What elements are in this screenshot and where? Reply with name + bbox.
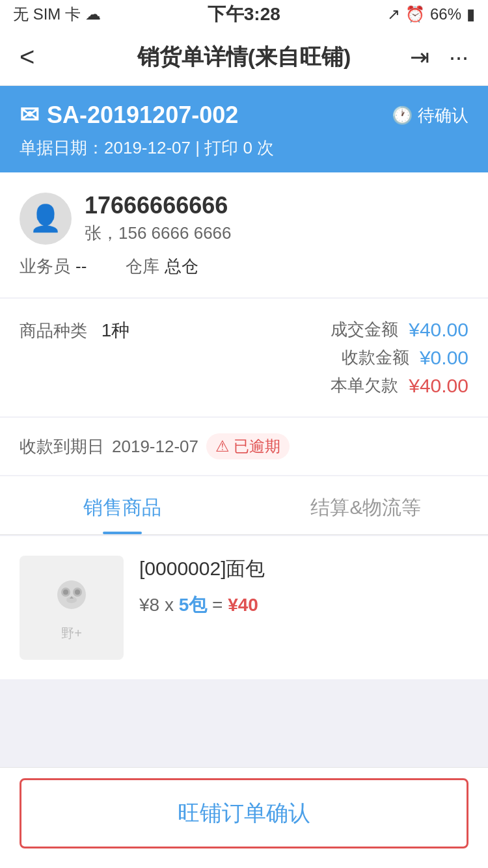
order-date: 单据日期：2019-12-07 | 打印 0 次	[20, 137, 468, 159]
product-section: 野+ [0000002]面包 ¥8 x 5包 = ¥40	[0, 536, 488, 679]
customer-section: 👤 17666666666 张，156 6666 6666 业务员 -- 仓库 …	[0, 172, 488, 297]
svg-point-3	[63, 590, 68, 595]
customer-name: 张，156 6666 6666	[85, 222, 232, 245]
back-button[interactable]: <	[20, 42, 59, 72]
product-name: [0000002]面包	[139, 556, 468, 582]
goods-type-value: 1种	[102, 320, 130, 340]
battery-status: 66%	[430, 5, 461, 23]
order-id: ✉ SA-20191207-002	[20, 102, 238, 129]
salesperson-value: --	[75, 256, 87, 277]
deal-amount-value: ¥40.00	[409, 319, 468, 341]
status-left: 无 SIM 卡 ☁	[13, 4, 101, 25]
svg-point-0	[57, 580, 86, 609]
equals-part: =	[207, 595, 228, 615]
warehouse-value: 总仓	[165, 255, 198, 278]
due-label: 收款到期日	[20, 435, 104, 458]
svg-point-4	[75, 590, 80, 595]
payment-value: ¥0.00	[420, 347, 468, 369]
qty-part: 5包	[179, 595, 208, 615]
product-thumbnail: 野+	[20, 556, 124, 660]
owed-row: 本单欠款 ¥40.00	[331, 374, 468, 397]
bottom-bar: 旺铺订单确认	[0, 767, 488, 868]
share-icon[interactable]: ⇥	[410, 44, 429, 71]
location-icon: ↗	[387, 5, 400, 23]
salesperson-item: 业务员 --	[20, 255, 87, 278]
owed-value: ¥40.00	[409, 375, 468, 397]
tab-sales-goods[interactable]: 销售商品	[0, 476, 244, 534]
payment-row: 收款金额 ¥0.00	[342, 346, 468, 369]
summary-section: 商品种类 1种 成交金额 ¥40.00 收款金额 ¥0.00 本单欠款 ¥40.…	[0, 299, 488, 416]
owl-icon	[49, 574, 94, 622]
due-date: 2019-12-07	[112, 437, 198, 457]
confirm-order-button[interactable]: 旺铺订单确认	[20, 778, 468, 848]
goods-type-label: 商品种类	[20, 321, 87, 340]
customer-phone: 17666666666	[85, 192, 232, 219]
battery-icon: ▮	[467, 5, 475, 23]
order-status: 🕐 待确认	[392, 104, 468, 127]
alarm-icon: ⏰	[405, 5, 425, 23]
order-header: ✉ SA-20191207-002 🕐 待确认 单据日期：2019-12-07 …	[0, 86, 488, 172]
overdue-badge: ⚠ 已逾期	[206, 433, 290, 459]
payment-label: 收款金额	[342, 346, 409, 369]
deal-amount-row: 成交金额 ¥40.00	[331, 318, 468, 341]
sim-status: 无 SIM 卡 ☁	[13, 4, 101, 25]
deal-amount-label: 成交金额	[331, 318, 398, 341]
status-right: ↗ ⏰ 66% ▮	[387, 5, 475, 23]
due-section: 收款到期日 2019-12-07 ⚠ 已逾期	[0, 418, 488, 475]
tab-settlement[interactable]: 结算&物流等	[244, 476, 488, 534]
salesperson-label: 业务员	[20, 255, 70, 278]
status-time: 下午3:28	[208, 2, 280, 27]
overdue-text: 已逾期	[234, 436, 280, 457]
nav-bar: < 销货单详情(来自旺铺) ⇥ ···	[0, 29, 488, 86]
avatar-icon: 👤	[29, 203, 62, 234]
warning-icon: ⚠	[215, 437, 230, 455]
total-part: ¥40	[228, 595, 258, 615]
price-part: ¥8 x	[139, 595, 179, 615]
clock-icon: 🕐	[392, 105, 413, 126]
order-icon: ✉	[20, 102, 39, 129]
brand-label: 野+	[61, 625, 82, 642]
warehouse-item: 仓库 总仓	[126, 255, 198, 278]
more-icon[interactable]: ···	[449, 44, 468, 71]
page-title: 销货单详情(来自旺铺)	[137, 42, 351, 72]
product-price: ¥8 x 5包 = ¥40	[139, 593, 468, 617]
avatar: 👤	[20, 193, 72, 245]
owed-label: 本单欠款	[331, 374, 398, 397]
status-bar: 无 SIM 卡 ☁ 下午3:28 ↗ ⏰ 66% ▮	[0, 0, 488, 29]
tabs-section: 销售商品 结算&物流等	[0, 476, 488, 535]
product-info: [0000002]面包 ¥8 x 5包 = ¥40	[139, 556, 468, 617]
nav-actions: ⇥ ···	[410, 44, 468, 71]
warehouse-label: 仓库	[126, 255, 159, 278]
